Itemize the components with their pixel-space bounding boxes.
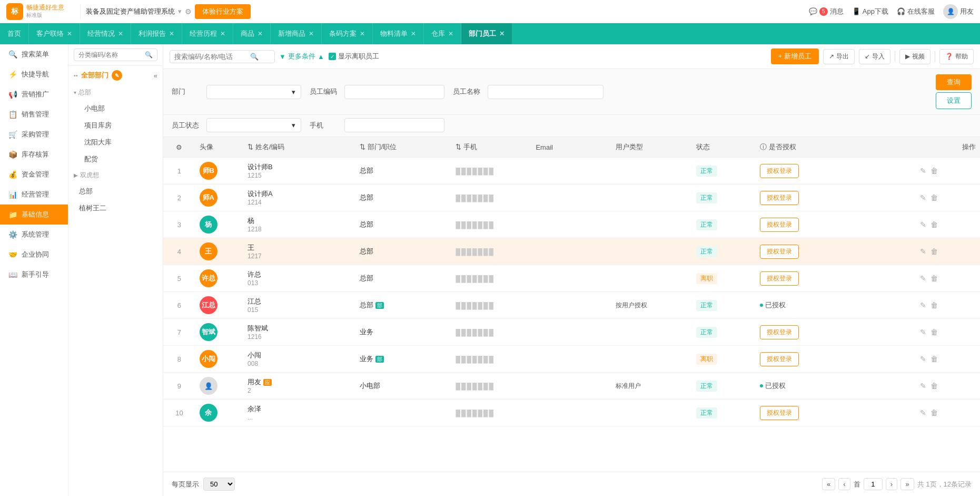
sidebar-item-guide[interactable]: 📖 新手引导 [0,265,68,285]
tab-warehouse-close[interactable]: ✕ [448,30,453,37]
tab-employee[interactable]: 部门员工 ✕ [461,23,512,44]
last-page-btn[interactable]: » [900,478,914,490]
col-phone[interactable]: ⇅ 手机 [451,137,531,158]
tab-barcode-close[interactable]: ✕ [360,30,365,37]
tab-goods-close[interactable]: ✕ [258,30,263,37]
prev-page-btn[interactable]: ‹ [838,478,850,490]
phone-input[interactable] [344,118,444,132]
tab-goods[interactable]: 商品 ✕ [233,23,271,44]
import-btn[interactable]: ↙ 导入 [859,49,890,64]
trial-btn[interactable]: 体验行业方案 [195,4,251,19]
tab-barcode[interactable]: 条码方案 ✕ [322,23,373,44]
search-input[interactable] [174,53,248,61]
dept-collapse-icon[interactable]: « [154,72,157,80]
tab-material[interactable]: 物料清单 ✕ [373,23,424,44]
emp-code-input[interactable] [344,85,444,99]
tab-new-goods[interactable]: 新增商品 ✕ [271,23,322,44]
delete-icon[interactable]: 🗑 [930,355,938,363]
edit-icon[interactable]: ✎ [920,409,926,417]
sidebar-item-basic[interactable]: 📁 基础信息 [0,205,68,225]
tab-profit-close[interactable]: ✕ [169,30,174,37]
dept-section-general[interactable]: ▾ 总部 [68,85,163,100]
edit-icon[interactable]: ✎ [920,220,926,229]
page-input[interactable] [864,478,883,490]
emp-name-input[interactable] [488,85,603,99]
set-btn[interactable]: 设置 [936,92,972,109]
tab-customer-close[interactable]: ✕ [67,30,72,37]
export-btn[interactable]: ↗ 导出 [823,49,855,64]
sidebar-item-finance[interactable]: 💰 资金管理 [0,164,68,184]
delete-icon[interactable]: 🗑 [930,301,938,309]
tab-history-close[interactable]: ✕ [220,30,225,37]
delete-icon[interactable]: 🗑 [930,220,938,229]
auth-login-btn[interactable]: 授权登录 [760,245,799,259]
gear-icon[interactable]: ⚙ [185,7,192,16]
dept-item-shenyang[interactable]: 沈阳大库 [68,134,163,151]
dept-filter-select[interactable]: ▾ [206,85,301,99]
delete-icon[interactable]: 🗑 [930,274,938,283]
sidebar-item-system[interactable]: ⚙️ 系统管理 [0,225,68,245]
dept-item-xiaodian[interactable]: 小电部 [68,100,163,117]
first-page-btn[interactable]: « [822,478,835,490]
dept-search-box[interactable]: 🔍 [74,48,157,61]
next-page-btn[interactable]: › [886,478,897,490]
tab-operation-close[interactable]: ✕ [118,30,123,37]
message-btn[interactable]: 💬 5 消息 [809,7,844,16]
dept-item-xiangmu[interactable]: 项目库房 [68,117,163,134]
auth-login-btn[interactable]: 授权登录 [760,352,799,366]
tab-warehouse[interactable]: 仓库 ✕ [424,23,461,44]
search-box[interactable]: 🔍 [170,50,275,63]
sidebar-item-purchase[interactable]: 🛒 采购管理 [0,124,68,144]
tab-operation[interactable]: 经营情况 ✕ [80,23,131,44]
delete-icon[interactable]: 🗑 [930,409,938,417]
dept-search-input[interactable] [78,51,143,59]
col-name[interactable]: ⇅ 姓名/编码 [243,137,355,158]
sidebar-item-search[interactable]: 🔍 搜索菜单 [0,44,68,64]
sidebar-item-mgmt[interactable]: 📊 经营管理 [0,184,68,205]
tab-history[interactable]: 经营历程 ✕ [182,23,233,44]
auth-login-btn[interactable]: 授权登录 [760,218,799,232]
edit-icon[interactable]: ✎ [920,382,926,390]
edit-icon[interactable]: ✎ [920,328,926,336]
auth-login-btn[interactable]: 授权登录 [760,406,799,420]
auth-login-btn[interactable]: 授权登录 [760,191,799,205]
tab-home[interactable]: 首页 [0,23,29,44]
dept-item-peihuo[interactable]: 配货 [68,151,163,168]
dept-item-zhishu[interactable]: 植树王二 [68,200,163,217]
add-employee-btn[interactable]: + 新增员工 [771,48,819,64]
query-btn[interactable]: 查询 [936,74,972,90]
sidebar-item-quicknav[interactable]: ⚡ 快捷导航 [0,64,68,84]
edit-icon[interactable]: ✎ [920,274,926,283]
col-dept[interactable]: ⇅ 部门/职位 [355,137,451,158]
auth-login-btn[interactable]: 授权登录 [760,325,799,339]
user-avatar-btn[interactable]: 👤 用友 [943,4,974,19]
tab-employee-close[interactable]: ✕ [499,30,504,37]
auth-login-btn[interactable]: 授权登录 [760,271,799,286]
help-btn[interactable]: ❓ 帮助 [939,49,974,64]
sidebar-item-collab[interactable]: 🤝 企业协同 [0,245,68,265]
dept-section-double[interactable]: ▶ 双虎想 [68,168,163,183]
edit-icon[interactable]: ✎ [920,193,926,202]
more-conditions-btn[interactable]: ▼ 更多条件 ▲ [279,52,324,61]
edit-icon[interactable]: ✎ [920,301,926,309]
edit-icon[interactable]: ✎ [920,355,926,363]
edit-icon[interactable]: ✎ [920,247,926,256]
sidebar-item-sales[interactable]: 📋 销售管理 [0,104,68,124]
delete-icon[interactable]: 🗑 [930,328,938,336]
tab-material-close[interactable]: ✕ [411,30,416,37]
tab-profit[interactable]: 利润报告 ✕ [131,23,182,44]
view-btn[interactable]: ▶ 视频 [899,49,930,64]
tab-new-goods-close[interactable]: ✕ [309,30,314,37]
system-title-dropdown-icon[interactable]: ▾ [178,7,182,15]
dept-all-label[interactable]: ▪▪ 全部部门 ✎ « [68,66,163,85]
app-download-btn[interactable]: 📱 App下载 [852,7,888,16]
delete-icon[interactable]: 🗑 [930,247,938,256]
delete-icon[interactable]: 🗑 [930,193,938,202]
tab-customer[interactable]: 客户联络 ✕ [29,23,80,44]
sidebar-item-marketing[interactable]: 📢 营销推广 [0,84,68,104]
status-filter-select[interactable]: ▾ [206,118,301,132]
dept-edit-icon[interactable]: ✎ [112,70,122,81]
edit-icon[interactable]: ✎ [920,167,926,175]
show-resigned-toggle[interactable]: ✓ 显示离职员工 [329,52,379,61]
dept-item-zongbu2[interactable]: 总部 [68,183,163,200]
